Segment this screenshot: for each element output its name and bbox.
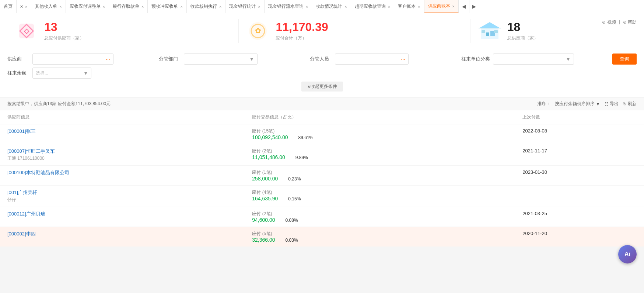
nav-tab-receipt[interactable]: 收款核销执行 × [187, 0, 225, 13]
category-select-arrow: ▼ [566, 56, 571, 62]
close-tab-bank[interactable]: × [141, 4, 144, 9]
amount-line-1: 11,051,486.009.89% [252, 154, 508, 160]
nav-tab-customer-book[interactable]: 客户账本 × [394, 0, 424, 13]
amount-line-2: 258,000.000.23% [252, 176, 508, 182]
total-suppliers-label: 总供应商（家） [507, 35, 538, 41]
filter-item-person: 分管人员 ··· [310, 54, 455, 65]
supplier-link-1[interactable]: [000007]恒旺二手叉车 [7, 148, 55, 154]
nav-tab-bank-label: 银行存取款单 [113, 3, 139, 10]
dept-filter-select[interactable]: ▼ [184, 54, 258, 65]
refresh-icon: ↻ [623, 101, 627, 107]
nav-tab-supplier-book-label: 供应商账本 [428, 3, 450, 9]
cell-lastdate-4: 2021-03-25 [515, 207, 644, 227]
amount-value-1[interactable]: 11,051,486.00 [252, 154, 285, 160]
nav-tab-cash-flow[interactable]: 现金银行流水查询 × [265, 0, 312, 13]
export-icon: ☷ [605, 101, 609, 107]
help-links: ⊙ 视频 | ⊙ 帮助 [602, 19, 637, 25]
person-filter-input[interactable]: ··· [335, 54, 409, 65]
close-tab-adjust[interactable]: × [103, 4, 105, 9]
payable-total-number: 11,170.39 [276, 21, 328, 34]
category-filter-select[interactable]: ▼ [493, 54, 574, 65]
close-tab-overdue[interactable]: × [388, 4, 390, 9]
amount-value-4[interactable]: 94,600.00 [252, 217, 275, 223]
nav-tab-cash-stat[interactable]: 现金银行统计 × [225, 0, 264, 13]
dept-select-arrow: ▼ [249, 56, 254, 62]
tx-type-5: 应付 [252, 231, 261, 236]
tx-type-0: 应付 [252, 128, 261, 134]
supplier-link-4[interactable]: [000012]广州贝瑞 [7, 211, 45, 217]
svg-rect-8 [486, 32, 489, 36]
percent-value-4: 0.08% [286, 218, 298, 223]
close-tab-receipt[interactable]: × [219, 4, 221, 9]
tx-line-3: 应付 (4笔) [252, 189, 508, 196]
data-table-container: 供应商信息 应付交易信息（占比） 上次付数 [000001]张三应付 (15笔)… [0, 110, 644, 247]
supplier-link-5[interactable]: [000002]李四 [7, 231, 36, 237]
balance-filter-select[interactable]: 选择... ▼ [32, 68, 91, 79]
refresh-label: 刷新 [628, 101, 637, 107]
amount-value-3[interactable]: 164,635.90 [252, 196, 278, 201]
svg-rect-6 [481, 28, 498, 39]
close-tab-customer-book[interactable]: × [418, 4, 420, 9]
person-filter-label: 分管人员 [310, 56, 332, 62]
nav-tab-adjust[interactable]: 应收应付调整单 × [66, 0, 109, 13]
collapse-arrow-icon: ∧ [307, 84, 311, 89]
sort-option-label: 按应付余额倒序排序 [555, 101, 595, 107]
nav-tab-other-income-label: 其他收入单 [35, 3, 57, 10]
supplier-link-2[interactable]: [000100]本特勤油品有限公司 [7, 170, 69, 175]
supplier-link-3[interactable]: [001]广州荣轩 [7, 190, 37, 195]
percent-value-0: 89.61% [298, 135, 314, 140]
collapse-button[interactable]: ∧ 收起更多条件 [301, 82, 343, 92]
tx-count-0: (15笔) [262, 128, 274, 134]
refresh-button[interactable]: ↻ 刷新 [623, 101, 637, 107]
card-text-total-suppliers-payable: 13 总应付供应商（家） [44, 21, 84, 41]
close-tab-other-income[interactable]: × [59, 4, 62, 9]
nav-tab-collection-stat[interactable]: 收款情况统计 × [312, 0, 351, 13]
filter-item-balance: 往来余额 选择... ▼ [7, 68, 111, 79]
close-tab-supplier-book[interactable]: × [452, 4, 455, 8]
nav-tab-overdue[interactable]: 超期应收款查询 × [351, 0, 394, 13]
tx-type-1: 应付 [252, 148, 261, 154]
cell-payable-3: 应付 (4笔)164,635.900.15% [245, 186, 515, 207]
help-link[interactable]: ⊙ 帮助 [623, 19, 637, 25]
amount-value-5[interactable]: 32,366.00 [252, 237, 275, 243]
svg-marker-7 [479, 22, 500, 28]
tx-line-2: 应付 (1笔) [252, 169, 508, 176]
search-button[interactable]: 查询 [612, 54, 637, 65]
close-tab-collection-stat[interactable]: × [344, 4, 347, 9]
supplier-sub-1: 王通 17106110000 [7, 155, 237, 162]
total-suppliers-payable-label: 总应付供应商（家） [44, 35, 84, 41]
percent-value-5: 0.03% [286, 238, 298, 243]
nav-tab-3[interactable]: 3 × [17, 0, 31, 13]
cell-payable-2: 应付 (1笔)258,000.000.23% [245, 166, 515, 186]
video-link[interactable]: ⊙ 视频 [602, 19, 616, 25]
tx-line-4: 应付 (2笔) [252, 211, 508, 217]
nav-right-arrow[interactable]: ▶ [469, 0, 479, 13]
cell-payable-4: 应付 (2笔)94,600.000.08% [245, 207, 515, 227]
nav-tab-home[interactable]: 首页 [0, 0, 17, 13]
close-tab-3[interactable]: × [25, 4, 27, 9]
supplier-filter-input[interactable]: ··· [32, 54, 113, 65]
cell-supplier-1: [000007]恒旺二手叉车王通 17106110000 [0, 144, 245, 166]
result-bar: 搜索结果中，供应商13家 应付金额111,703,854.00元 排序： 按应付… [0, 98, 644, 110]
tx-count-1: (2笔) [262, 148, 272, 154]
th-supplier-info: 供应商信息 [0, 110, 245, 124]
amount-value-0[interactable]: 100,092,540.00 [252, 134, 288, 140]
supplier-link-0[interactable]: [000001]张三 [7, 128, 36, 134]
close-tab-cash-flow[interactable]: × [306, 4, 308, 9]
close-tab-prepay[interactable]: × [180, 4, 182, 9]
tx-count-5: (5笔) [262, 231, 272, 236]
nav-left-arrow[interactable]: ◀ [459, 0, 469, 13]
export-button[interactable]: ☷ 导出 [605, 101, 619, 107]
nav-tab-supplier-book[interactable]: 供应商账本 × [424, 0, 459, 13]
export-label: 导出 [610, 101, 619, 107]
card-icon-rice: ✿ [246, 19, 270, 43]
svg-rect-10 [482, 30, 485, 33]
nav-tab-home-label: 首页 [4, 3, 13, 10]
cell-lastdate-2: 2023-01-30 [515, 166, 644, 186]
amount-value-2[interactable]: 258,000.00 [252, 176, 278, 182]
nav-tab-other-income[interactable]: 其他收入单 × [31, 0, 66, 13]
close-tab-cash-stat[interactable]: × [258, 4, 260, 9]
nav-tab-bank[interactable]: 银行存取款单 × [109, 0, 148, 13]
nav-tab-prepay[interactable]: 预收冲应收单 × [148, 0, 186, 13]
sort-button[interactable]: 按应付余额倒序排序 ▼ [555, 101, 600, 107]
